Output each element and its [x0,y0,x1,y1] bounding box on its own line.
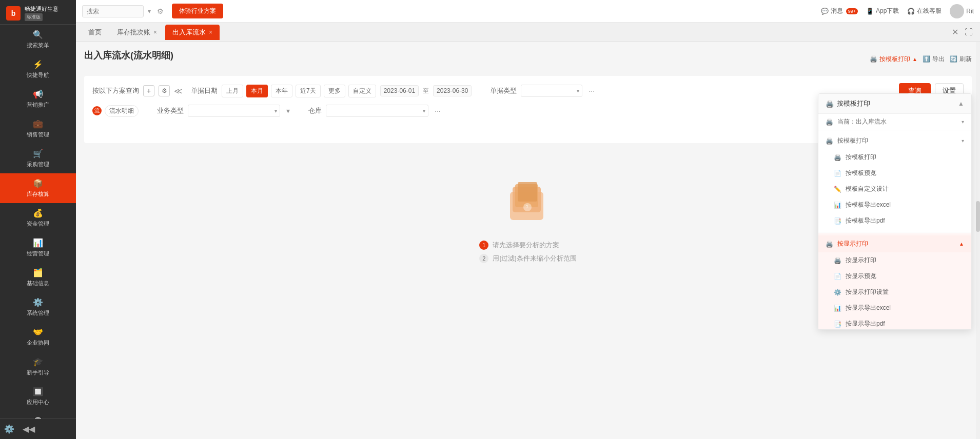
tab-flow[interactable]: 出入库流水 × [165,25,220,40]
date-start-input[interactable]: 2023-06-01 [380,85,419,96]
dropdown-display-settings-btn[interactable]: ⚙️ 按显示打印设置 [818,284,971,300]
voucher-type-filter-item: 单据类型 ··· [490,85,595,97]
dropdown-display-header[interactable]: 🖨️ 按显示打印 ▲ [818,235,971,252]
template-section-chevron-icon: ▾ [962,138,964,144]
sidebar-item-shortcut[interactable]: ⚡ 快捷导航 [0,54,76,84]
dropdown-display-export-pdf-btn[interactable]: 📑 按显示导出pdf [818,316,971,329]
date-btn-custom[interactable]: 自定义 [348,85,376,97]
flash-icon: ⚡ [33,59,43,69]
tab-maximize-btn[interactable]: ⛶ [963,25,975,39]
warehouse-select[interactable] [326,105,428,117]
dropdown-header-chevron-icon[interactable]: ▲ [958,100,964,107]
display-settings-icon: ⚙️ [834,289,841,296]
app-badge: 标准版 [25,13,43,21]
date-btn-this-year[interactable]: 本年 [271,85,292,97]
page-title-actions: 🖨️ 按模板打印 ▲ ⬆️ 导出 🔄 刷新 [870,55,972,64]
topbar-gear-icon[interactable]: ⚙ [157,7,164,15]
date-end-input[interactable]: 2023-06-30 [433,85,472,96]
empty-tip-1: 1 请先选择要分析的方案 [479,241,576,250]
print-dropdown-chevron-icon: ▲ [912,56,917,62]
avatar [950,4,964,18]
tabs-right-controls: ✕ ⛶ [950,25,975,39]
date-btn-this-month[interactable]: 本月 [246,85,268,97]
filter-add-btn[interactable]: + [143,85,154,96]
app-logo-icon: b [6,6,21,21]
trial-btn[interactable]: 体验行业方案 [172,4,223,18]
online-service-item[interactable]: 🎧 在线客服 [907,7,942,15]
dropdown-display-section: 🖨️ 按显示打印 ▲ 🖨️ 按显示打印 📄 按显示预览 [818,233,971,329]
tab-batch[interactable]: 库存批次账 × [110,25,164,40]
sidebar-item-system[interactable]: ⚙️ 系统管理 [0,292,76,322]
dropdown-template-export-pdf-btn[interactable]: 📑 按模板导出pdf [818,213,971,229]
voucher-type-select[interactable] [521,85,582,97]
dropdown-display-preview-btn[interactable]: 📄 按显示预览 [818,268,971,284]
sidebar-item-wechat[interactable]: 💬 企业微信 [0,411,76,418]
dropdown-template-print-btn[interactable]: 🖨️ 按模板打印 [818,149,971,165]
refresh-btn[interactable]: 🔄 刷新 [950,55,972,64]
collapse-sidebar-icon[interactable]: ◀◀ [23,424,35,434]
topbar-dropdown-chevron-icon[interactable]: ▾ [148,8,151,15]
grid-icon: 🔲 [33,387,43,396]
headset-icon: 🎧 [907,8,915,15]
user-avatar-area[interactable]: Rit [950,4,974,18]
sidebar-item-basic[interactable]: 🗂️ 基础信息 [0,263,76,292]
app-name: 畅捷通好生意 [25,5,58,12]
dropdown-template-custom-btn[interactable]: ✏️ 模板自定义设计 [818,181,971,197]
main-area: ▾ ⚙ 体验行业方案 💬 消息 99+ 📱 App下载 🎧 在线客服 [76,0,980,439]
date-filter-item: 单据日期 上月 本月 本年 近7天 更多 自定义 2023-06-01 至 [191,85,472,97]
filter-collapse-icon[interactable]: ≪ [174,86,183,96]
tab-batch-close-icon[interactable]: × [153,29,157,36]
sidebar-item-collab[interactable]: 🤝 企业协同 [0,322,76,352]
settings-icon[interactable]: ⚙️ [4,424,14,434]
tab-flow-close-icon[interactable]: × [209,29,212,36]
sidebar-item-finance[interactable]: 💰 资金管理 [0,203,76,233]
search-icon: 🔍 [33,30,43,39]
gear-icon: ⚙️ [33,297,43,307]
sidebar-nav: 🔍 搜索菜单 ⚡ 快捷导航 📢 营销推广 💼 销售管理 🛒 采购管理 📦 [0,25,76,418]
display-preview-icon: 📄 [834,273,841,280]
warehouse-more-icon[interactable]: ··· [435,107,441,115]
refresh-icon: 🔄 [950,55,957,63]
sidebar-item-purchase[interactable]: 🛒 采购管理 [0,144,76,173]
sidebar-item-inventory[interactable]: 📦 库存核算 [0,173,76,203]
filter-settings-btn[interactable]: ⚙ [159,85,170,96]
dropdown-template-export-excel-btn[interactable]: 📊 按模板导出excel [818,197,971,213]
sidebar-item-marketing[interactable]: 📢 营销推广 [0,84,76,114]
biz-type-filter-item: 业务类型 ▾ [157,105,290,117]
sidebar-item-sales[interactable]: 💼 销售管理 [0,114,76,144]
dropdown-template-preview-btn[interactable]: 📄 按模板预览 [818,165,971,181]
sidebar-item-operation[interactable]: 📊 经营管理 [0,233,76,263]
topbar-search-input[interactable] [82,5,144,17]
megaphone-icon: 📢 [33,89,43,99]
svg-text:?: ? [525,205,528,210]
sidebar-bottom: ⚙️ ◀◀ [0,418,76,439]
dropdown-current-item[interactable]: 🖨️ 当前：出入库流水 ▾ [818,114,971,130]
biz-type-select-wrap [188,105,280,117]
water-tag: 流 流水明细 [92,105,139,117]
tab-restore-btn[interactable]: ✕ [950,25,961,39]
handshake-icon: 🤝 [33,327,43,337]
sidebar-item-appstore[interactable]: 🔲 应用中心 [0,382,76,411]
dropdown-display-print-btn[interactable]: 🖨️ 按显示打印 [818,252,971,268]
print-icon: 🖨️ [870,55,877,63]
date-btn-last-month[interactable]: 上月 [222,85,243,97]
dropdown-display-export-excel-btn[interactable]: 📊 按显示导出excel [818,300,971,316]
dropdown-template-header[interactable]: 🖨️ 按模板打印 ▾ [818,132,971,149]
warehouse-filter-item: 仓库 ··· [308,105,441,117]
voucher-type-select-wrap [521,85,582,97]
app-download-item[interactable]: 📱 App下载 [866,7,899,15]
dropdown-template-section: 🖨️ 按模板打印 ▾ 🖨️ 按模板打印 📄 按模板预览 [818,130,971,231]
date-btn-7days[interactable]: 近7天 [296,85,321,97]
sidebar-item-guide[interactable]: 🎓 新手引导 [0,352,76,382]
sidebar-item-search[interactable]: 🔍 搜索菜单 [0,25,76,54]
date-btn-more[interactable]: 更多 [324,85,345,97]
message-item[interactable]: 💬 消息 99+ [821,7,858,15]
display-print-icon: 🖨️ [834,257,841,264]
tab-home[interactable]: 首页 [81,25,109,40]
scrollbar-thumb[interactable] [976,201,980,232]
template-pdf-icon: 📑 [834,217,841,225]
print-btn[interactable]: 🖨️ 按模板打印 ▲ [870,55,917,64]
biz-type-select[interactable] [188,105,280,117]
export-btn[interactable]: ⬆️ 导出 [923,55,945,64]
voucher-type-more-icon[interactable]: ··· [589,87,595,95]
